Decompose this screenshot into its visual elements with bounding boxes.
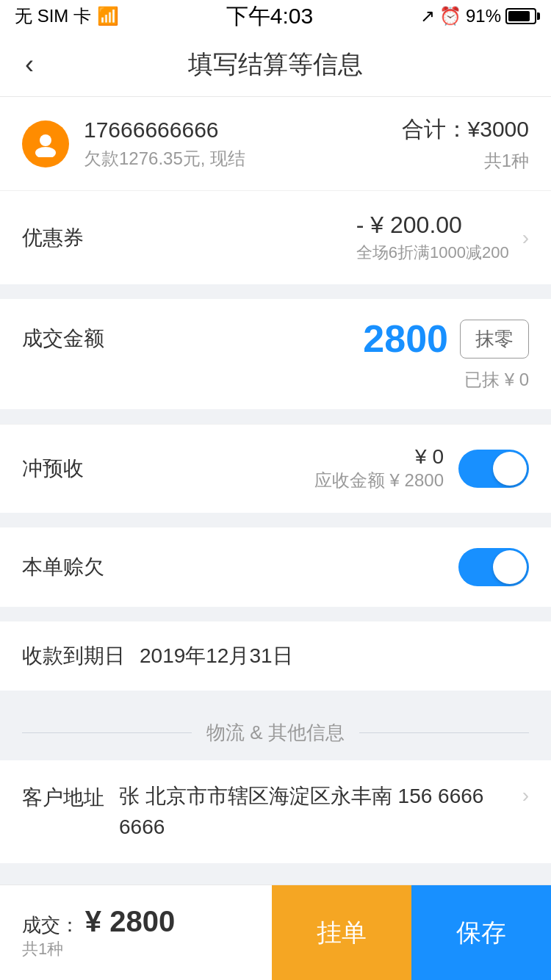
deal-count: 共1种	[22, 938, 250, 960]
transaction-sub: 已抹 ¥ 0	[22, 368, 529, 392]
svg-point-1	[35, 147, 56, 157]
customer-info: 17666666666 欠款1276.35元, 现结	[84, 118, 402, 170]
debt-toggle-knob	[493, 550, 527, 584]
prepay-amount-group: ¥ 0 应收金额 ¥ 2800	[314, 445, 444, 492]
bottom-bar: 成交： ¥ 2800 共1种 挂单 保存	[0, 884, 551, 980]
debt-section: 本单赊欠	[0, 527, 551, 607]
address-row[interactable]: 客户地址 张 北京市市辖区海淀区永丰南 156 6666 6666 ›	[0, 760, 551, 863]
coupon-chevron-icon: ›	[522, 226, 529, 250]
total-count: 共1种	[402, 149, 529, 173]
transaction-row: 成交金额 2800 抹零	[22, 317, 529, 361]
prepay-right: ¥ 0 应收金额 ¥ 2800	[314, 445, 529, 492]
alarm-icon: ⏰	[439, 6, 461, 26]
customer-total: 合计：¥3000 共1种	[402, 115, 529, 173]
deal-label: 成交：	[22, 914, 79, 936]
status-left: 无 SIM 卡 📶	[15, 4, 119, 28]
address-chevron-icon: ›	[522, 781, 529, 807]
status-time: 下午4:03	[226, 1, 313, 32]
transaction-amount: 2800	[363, 317, 448, 361]
coupon-right: - ¥ 200.00 全场6折满1000减200 ›	[356, 212, 529, 264]
location-icon: ↗	[420, 6, 435, 26]
status-bar: 无 SIM 卡 📶 下午4:03 ↗ ⏰ 91%	[0, 0, 551, 32]
debt-label: 本单赊欠	[22, 553, 104, 581]
carrier-text: 无 SIM 卡	[15, 4, 91, 28]
main-content: 17666666666 欠款1276.35元, 现结 合计：¥3000 共1种 …	[0, 97, 551, 973]
back-button[interactable]: ‹	[18, 42, 41, 87]
prepay-section: 冲预收 ¥ 0 应收金额 ¥ 2800	[0, 424, 551, 513]
status-right: ↗ ⏰ 91%	[420, 6, 536, 26]
customer-row: 17666666666 欠款1276.35元, 现结 合计：¥3000 共1种	[0, 97, 551, 190]
duedate-label: 收款到期日	[22, 642, 125, 670]
prepay-label: 冲预收	[22, 455, 84, 483]
customer-sub-text: 欠款1276.35元, 现结	[84, 147, 402, 170]
user-icon	[32, 131, 59, 157]
page-title: 填写结算等信息	[188, 48, 363, 82]
coupon-amount: - ¥ 200.00	[356, 212, 509, 239]
prepay-amount: ¥ 0	[314, 445, 444, 469]
transaction-section: 成交金额 2800 抹零 已抹 ¥ 0	[0, 299, 551, 409]
address-value: 张 北京市市辖区海淀区永丰南 156 6666 6666	[119, 781, 515, 843]
customer-phone: 17666666666	[84, 118, 402, 143]
total-amount: 合计：¥3000	[402, 115, 529, 145]
battery-percent: 91%	[466, 6, 501, 26]
address-section: 客户地址 张 北京市市辖区海淀区永丰南 156 6666 6666 ›	[0, 760, 551, 863]
round-button[interactable]: 抹零	[460, 320, 529, 359]
logistics-label: 物流 & 其他信息	[192, 720, 359, 746]
avatar	[22, 120, 69, 167]
bottom-summary: 成交： ¥ 2800 共1种	[0, 905, 272, 960]
svg-point-0	[40, 134, 51, 146]
coupon-desc: 全场6折满1000减200	[356, 242, 509, 264]
deal-amount: ¥ 2800	[85, 905, 175, 937]
coupon-row[interactable]: 优惠券 - ¥ 200.00 全场6折满1000减200 ›	[0, 190, 551, 284]
wifi-icon: 📶	[97, 6, 119, 26]
toggle-knob	[493, 452, 527, 486]
transaction-label: 成交金额	[22, 325, 104, 353]
prepay-sub: 应收金额 ¥ 2800	[314, 469, 444, 492]
logistics-divider: 物流 & 其他信息	[0, 705, 551, 760]
customer-section: 17666666666 欠款1276.35元, 现结 合计：¥3000 共1种 …	[0, 97, 551, 284]
save-button[interactable]: 保存	[411, 885, 551, 981]
duedate-section: 收款到期日 2019年12月31日	[0, 621, 551, 691]
page-header: ‹ 填写结算等信息	[0, 32, 551, 97]
debt-toggle[interactable]	[458, 548, 529, 586]
prepay-row: 冲预收 ¥ 0 应收金额 ¥ 2800	[0, 424, 551, 513]
pending-button[interactable]: 挂单	[272, 885, 411, 981]
prepay-toggle[interactable]	[458, 450, 529, 488]
coupon-label: 优惠券	[22, 224, 356, 252]
address-label: 客户地址	[22, 781, 104, 812]
duedate-value: 2019年12月31日	[140, 642, 293, 670]
battery-icon	[505, 8, 536, 24]
transaction-value-group: 2800 抹零	[363, 317, 529, 361]
